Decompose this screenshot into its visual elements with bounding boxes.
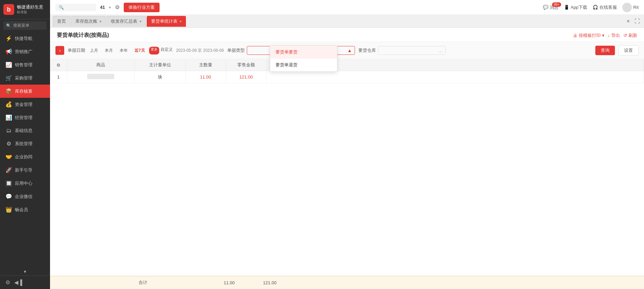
- settings-gear-icon[interactable]: ⚙: [5, 279, 10, 286]
- sidebar-item-basic[interactable]: 🗂 基础信息: [0, 124, 50, 137]
- sales-icon: 📈: [5, 62, 12, 68]
- sidebar-bottom: ⚙ ◀▐: [0, 275, 50, 289]
- dropdown-item-requisition-return[interactable]: 要货单退货: [270, 59, 337, 71]
- sidebar-item-finance[interactable]: 💰 资金管理: [0, 98, 50, 111]
- col-product: 商品: [67, 59, 135, 71]
- filter-settings-button[interactable]: 设置: [618, 45, 639, 55]
- topbar-dropdown-arrow[interactable]: ▾: [109, 5, 111, 10]
- phone-icon: 📱: [564, 5, 569, 10]
- close-all-tabs-button[interactable]: ×: [625, 18, 631, 24]
- amount-cell: 121.00: [226, 71, 266, 83]
- this-year-btn[interactable]: 本年: [117, 47, 130, 54]
- topbar-settings-icon[interactable]: ⚙: [115, 4, 120, 10]
- operations-icon: 📊: [5, 114, 12, 121]
- scroll-down-arrow[interactable]: ▼: [0, 268, 50, 275]
- data-table: ⚙ 商品 主计量单位 主数量 零售金额 1 块 11.00 1: [50, 59, 644, 83]
- tab-batch-inventory[interactable]: 库存批次账 ×: [71, 16, 106, 27]
- page-content: 要货单统计表(按商品) 🖨 按模板打印 ▾ ↓ 导出 ↺ 刷新: [50, 28, 644, 289]
- sidebar: b 畅捷通好生意 标准版 🔍 搜索菜单 ⚡ 快捷导航 📢 营销推广 📈 销售管理…: [0, 0, 50, 289]
- more-date-badge[interactable]: 更多: [149, 47, 159, 54]
- logo-icon: b: [3, 4, 14, 15]
- type-chevron-up-icon[interactable]: ▲: [347, 48, 352, 53]
- sidebar-item-system[interactable]: ⚙ 系统管理: [0, 137, 50, 150]
- last-month-btn[interactable]: 上月: [87, 47, 101, 54]
- online-service-button[interactable]: 🎧 在线客服: [593, 4, 617, 10]
- sidebar-item-wechat[interactable]: 💬 企业微信: [0, 190, 50, 203]
- col-quantity: 主数量: [185, 59, 226, 71]
- date-range-display: 2023-05-06 至 2023-06-06: [176, 48, 224, 53]
- warehouse-filter-input[interactable]: …: [378, 46, 446, 55]
- dropdown-item-requisition-order[interactable]: 要货单要货: [270, 46, 337, 59]
- tab-home[interactable]: 首页: [53, 16, 70, 27]
- empty-cell: [266, 71, 644, 83]
- sidebar-item-operations[interactable]: 📊 经营管理: [0, 111, 50, 124]
- collapse-sidebar-button[interactable]: ◀▐: [14, 279, 22, 286]
- date-quick-buttons: 上月 本月 本年 近7天 更多 自定义: [87, 47, 173, 54]
- sidebar-item-purchase[interactable]: 🛒 采购管理: [0, 71, 50, 85]
- global-search[interactable]: 🔍: [55, 4, 96, 11]
- page-title: 要货单统计表(按商品): [57, 32, 109, 39]
- date-filter-label: 单据日期: [68, 47, 85, 53]
- sidebar-nav: 🔍 搜索菜单 ⚡ 快捷导航 📢 营销推广 📈 销售管理 🛒 采购管理 📦 库存核…: [0, 19, 50, 268]
- sidebar-item-marketing[interactable]: 📢 营销推广: [0, 45, 50, 58]
- quick-nav-icon: ⚡: [5, 35, 12, 42]
- topbar-number: 41: [100, 5, 105, 10]
- unit-cell: 块: [135, 71, 185, 83]
- refresh-icon: ↺: [623, 33, 627, 38]
- print-icon: 🖨: [573, 33, 577, 38]
- topbar: 🔍 41 ▾ ⚙ 体验行业方案 💬 消息 99+ 📱 App下载 🎧 在线客服 …: [50, 0, 644, 15]
- table-settings-icon[interactable]: ⚙: [56, 63, 61, 68]
- warehouse-filter-label: 要货仓库: [358, 47, 376, 53]
- sidebar-item-sales[interactable]: 📈 销售管理: [0, 58, 50, 71]
- tab-requisition-stats[interactable]: 要货单统计表 ×: [147, 16, 186, 27]
- this-month-btn[interactable]: 本月: [102, 47, 116, 54]
- custom-date-btn[interactable]: 自定义: [161, 47, 173, 54]
- print-button[interactable]: 🖨 按模板打印 ▾: [573, 32, 604, 39]
- tab-shipment-summary[interactable]: 收发存汇总表 ×: [106, 16, 146, 27]
- col-amount: 零售金额: [226, 59, 266, 71]
- filter-toggle-button[interactable]: ›: [55, 46, 64, 55]
- sidebar-item-member[interactable]: 👑 畅会员: [0, 203, 50, 216]
- product-placeholder: [87, 74, 114, 79]
- close-batch-inventory-tab[interactable]: ×: [99, 19, 101, 23]
- trial-button[interactable]: 体验行业方案: [124, 3, 160, 12]
- export-button[interactable]: ↓ 导出: [608, 32, 620, 39]
- type-dropdown-menu: 要货单要货 要货单退货: [270, 45, 337, 72]
- sidebar-item-cooperation[interactable]: 🤝 企业协同: [0, 150, 50, 163]
- col-settings[interactable]: ⚙: [50, 59, 67, 71]
- chevron-right-icon: ›: [59, 48, 61, 53]
- inventory-icon: 📦: [5, 88, 12, 94]
- basic-icon: 🗂: [5, 128, 12, 134]
- expand-tabs-button[interactable]: ⛶: [633, 18, 641, 24]
- table-footer: 合计 11.00 121.00: [50, 276, 644, 289]
- purchase-icon: 🛒: [5, 75, 12, 81]
- sidebar-item-appstore[interactable]: 🔲 应用中心: [0, 177, 50, 190]
- headset-icon: 🎧: [593, 5, 598, 10]
- page-header: 要货单统计表(按商品) 🖨 按模板打印 ▾ ↓ 导出 ↺ 刷新: [50, 28, 644, 42]
- app-download-button[interactable]: 📱 App下载: [564, 4, 587, 10]
- logo-text: 畅捷通好生意 标准版: [17, 4, 43, 15]
- query-button[interactable]: 查询: [595, 46, 615, 55]
- sidebar-search[interactable]: 🔍 搜索菜单: [3, 21, 47, 30]
- tabs-bar: 首页 库存批次账 × 收发存汇总表 × 要货单统计表 × × ⛶: [50, 15, 644, 28]
- warehouse-more-icon[interactable]: …: [438, 48, 443, 53]
- search-icon: 🔍: [6, 23, 11, 28]
- date-filter-group: 单据日期 上月 本月 本年 近7天 更多 自定义 2023-05-06 至 20…: [68, 47, 224, 54]
- message-badge: 99+: [552, 2, 561, 7]
- message-button[interactable]: 💬 消息 99+: [543, 4, 558, 10]
- close-shipment-summary-tab[interactable]: ×: [139, 19, 141, 23]
- row-num: 1: [50, 71, 67, 83]
- sidebar-item-guide[interactable]: 🚀 新手引导: [0, 163, 50, 177]
- last-7-days-btn[interactable]: 近7天: [132, 47, 148, 54]
- user-avatar-button[interactable]: Rit: [622, 3, 639, 12]
- footer-amount: 121.00: [249, 280, 290, 285]
- close-requisition-stats-tab[interactable]: ×: [180, 19, 182, 23]
- user-name: Rit: [633, 5, 639, 10]
- refresh-button[interactable]: ↺ 刷新: [623, 32, 637, 39]
- type-filter-label: 单据类型: [227, 47, 245, 53]
- chevron-down-icon: ▼: [23, 269, 27, 274]
- avatar: [622, 3, 632, 12]
- sidebar-item-quick-nav[interactable]: ⚡ 快捷导航: [0, 32, 50, 45]
- filter-bar: › 单据日期 上月 本月 本年 近7天 更多 自定义 2023-05-06 至 …: [50, 42, 644, 59]
- sidebar-item-inventory[interactable]: 📦 库存核算: [0, 85, 50, 98]
